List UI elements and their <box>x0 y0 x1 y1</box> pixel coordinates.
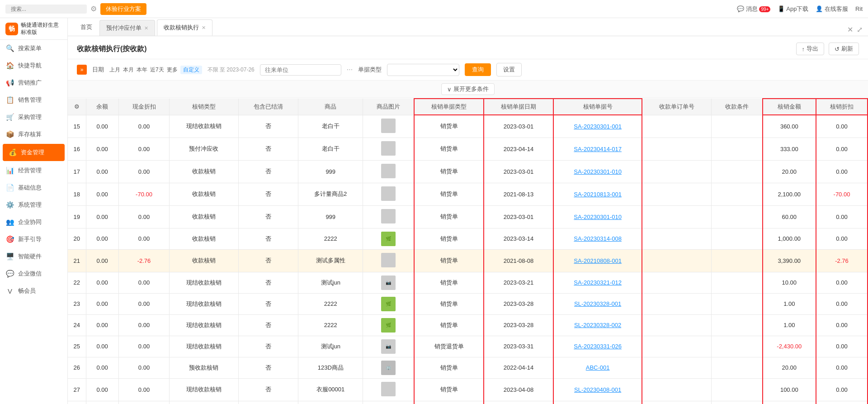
row-doc-no[interactable]: SL-20230328-001 <box>553 293 642 314</box>
row-doc-type: 销货单 <box>414 272 484 293</box>
table-row: 28 0.00 0.00 现结收款核销 否 2222 🌿 销货单 2023-04… <box>68 401 868 404</box>
online-service[interactable]: 👤 在线客服 <box>816 5 848 13</box>
last-month-link[interactable]: 上月 <box>109 66 120 74</box>
row-doc-no[interactable]: SL-20230408-001 <box>553 378 642 401</box>
row-doc-no[interactable]: SA-20230321-012 <box>553 272 642 293</box>
sidebar-item-inventory[interactable]: 📦 库存核算 <box>0 126 67 143</box>
row-doc-no[interactable]: SA-20230331-026 <box>553 336 642 357</box>
row-doc-no[interactable]: SA-20230301-010 <box>553 160 642 183</box>
expand-bar: ∨ 展开更多条件 <box>68 81 868 98</box>
row-pay-cond <box>711 272 762 293</box>
row-doc-date: 2023-04-08 <box>484 378 553 401</box>
member-icon: V <box>5 287 14 295</box>
this-year-link[interactable]: 本年 <box>137 66 147 74</box>
message-area[interactable]: 💬 消息 99+ <box>737 5 770 13</box>
tab-expand-icon[interactable]: ⤢ <box>857 25 863 34</box>
row-doc-no[interactable]: SA-20230414-017 <box>553 138 642 160</box>
tab-close-prepay[interactable]: ✕ <box>144 25 148 31</box>
row-amount: 2,100.00 <box>763 183 816 205</box>
row-type: 收款核销 <box>170 228 238 249</box>
row-doc-no[interactable]: SA-20230301-001 <box>553 115 642 138</box>
sidebar-item-finance[interactable]: 💰 资金管理 <box>3 144 65 161</box>
custom-date-badge[interactable]: 自定义 <box>180 66 202 74</box>
gear-icon[interactable]: ⚙ <box>90 5 97 13</box>
row-no: 20 <box>68 228 86 249</box>
row-discount: 0.00 <box>816 160 868 183</box>
row-balance: 0.00 <box>86 183 118 205</box>
row-type: 收款核销 <box>170 249 238 272</box>
filter-toggle-btn[interactable]: » <box>77 65 87 75</box>
top-bar: ⚙ 休验行业方案 💬 消息 99+ 📱 App下载 👤 在线客服 Rit <box>0 0 868 18</box>
sidebar-item-wechat[interactable]: 💬 企业微信 <box>0 265 67 282</box>
row-pay-cond <box>711 249 762 272</box>
row-doc-no[interactable]: SL-20230328-002 <box>553 314 642 336</box>
solution-button[interactable]: 休验行业方案 <box>100 3 146 15</box>
row-doc-no[interactable]: SL-20230418-001 <box>553 401 642 404</box>
sidebar-item-hardware[interactable]: 🖥️ 智能硬件 <box>0 248 67 265</box>
row-goods-img: 🏢 <box>363 357 414 378</box>
sidebar-item-quick-nav[interactable]: 🏠 快捷导航 <box>0 57 67 74</box>
row-pay-cond <box>711 228 762 249</box>
row-goods: 测试多属性 <box>298 249 363 272</box>
row-doc-no[interactable]: ABC-001 <box>553 357 642 378</box>
sidebar-item-marketing[interactable]: 📢 营销推广 <box>0 74 67 91</box>
tab-close-receipt[interactable]: ✕ <box>202 25 206 31</box>
row-balance: 0.00 <box>86 378 118 401</box>
partner-input[interactable] <box>260 64 341 76</box>
row-settled: 否 <box>238 293 298 314</box>
row-doc-no[interactable]: SA-20210813-001 <box>553 183 642 205</box>
expand-chevron-icon: ∨ <box>447 86 452 93</box>
expand-conditions-button[interactable]: ∨ 展开更多条件 <box>441 83 495 95</box>
row-amount: 100.00 <box>763 378 816 401</box>
tab-home[interactable]: 首页 <box>73 19 99 36</box>
row-goods-img: 📷 <box>363 336 414 357</box>
settings-button[interactable]: 设置 <box>496 63 522 76</box>
sidebar-item-guide[interactable]: 🎯 新手引导 <box>0 231 67 248</box>
tab-close-window-icon[interactable]: ✕ <box>847 25 853 34</box>
user-name[interactable]: Rit <box>855 5 863 12</box>
row-goods-img <box>363 115 414 138</box>
row-order-no <box>642 183 711 205</box>
row-type: 预收款核销 <box>170 357 238 378</box>
row-cash-discount: 0.00 <box>118 293 169 314</box>
row-type: 现结收款核销 <box>170 401 238 404</box>
row-type: 现结收款核销 <box>170 272 238 293</box>
sidebar-item-system[interactable]: ⚙️ 系统管理 <box>0 196 67 214</box>
col-settings[interactable]: ⚙ <box>68 99 86 115</box>
tab-prepay[interactable]: 预付冲应付单 ✕ <box>99 20 155 36</box>
search-input[interactable] <box>5 5 87 14</box>
this-month-link[interactable]: 本月 <box>123 66 134 74</box>
row-no: 19 <box>68 205 86 228</box>
table-container[interactable]: ⚙ 余额 现金折扣 核销类型 包含已结清 商品 商品图片 核销单据类型 核销单据… <box>68 98 868 404</box>
last7-link[interactable]: 近7天 <box>150 66 164 74</box>
sidebar-item-sales[interactable]: 📋 销售管理 <box>0 91 67 109</box>
row-doc-type: 销货单 <box>414 138 484 160</box>
sidebar-item-purchase[interactable]: 🛒 采购管理 <box>0 109 67 126</box>
col-discount: 核销折扣 <box>816 99 868 115</box>
sidebar-item-collab[interactable]: 👥 企业协同 <box>0 214 67 231</box>
more-link[interactable]: 更多 <box>167 66 178 74</box>
tab-receipt[interactable]: 收款核销执行 ✕ <box>157 19 212 36</box>
data-table: ⚙ 余额 现金折扣 核销类型 包含已结清 商品 商品图片 核销单据类型 核销单据… <box>68 98 868 404</box>
refresh-button[interactable]: ↺ 刷新 <box>829 43 859 55</box>
logo-area: 畅 畅捷通谱好生意 标准版 <box>0 18 67 40</box>
page-title: 收款核销执行(按收款) <box>77 44 147 54</box>
sidebar-item-search[interactable]: 🔍 搜索菜单 <box>0 40 67 57</box>
table-row: 17 0.00 0.00 收款核销 否 999 销货单 2023-03-01 S… <box>68 160 868 183</box>
collab-icon: 👥 <box>5 218 14 226</box>
row-doc-no[interactable]: SA-20230314-008 <box>553 228 642 249</box>
sidebar-item-business[interactable]: 📊 经营管理 <box>0 162 67 179</box>
row-settled: 否 <box>238 138 298 160</box>
export-button[interactable]: ↑ 导出 <box>796 43 825 55</box>
row-doc-no[interactable]: SA-20230301-010 <box>553 205 642 228</box>
tab-bar: 首页 预付冲应付单 ✕ 收款核销执行 ✕ ✕ ⤢ <box>68 18 868 36</box>
sidebar-item-basic[interactable]: 📄 基础信息 <box>0 179 67 196</box>
row-balance: 0.00 <box>86 336 118 357</box>
query-button[interactable]: 查询 <box>465 63 491 76</box>
sidebar-item-member[interactable]: V 畅会员 <box>0 282 67 299</box>
voucher-type-select[interactable] <box>387 64 459 76</box>
app-download[interactable]: 📱 App下载 <box>778 5 808 13</box>
row-cash-discount: 0.00 <box>118 228 169 249</box>
row-type: 收款核销 <box>170 160 238 183</box>
row-doc-no[interactable]: SA-20210808-001 <box>553 249 642 272</box>
